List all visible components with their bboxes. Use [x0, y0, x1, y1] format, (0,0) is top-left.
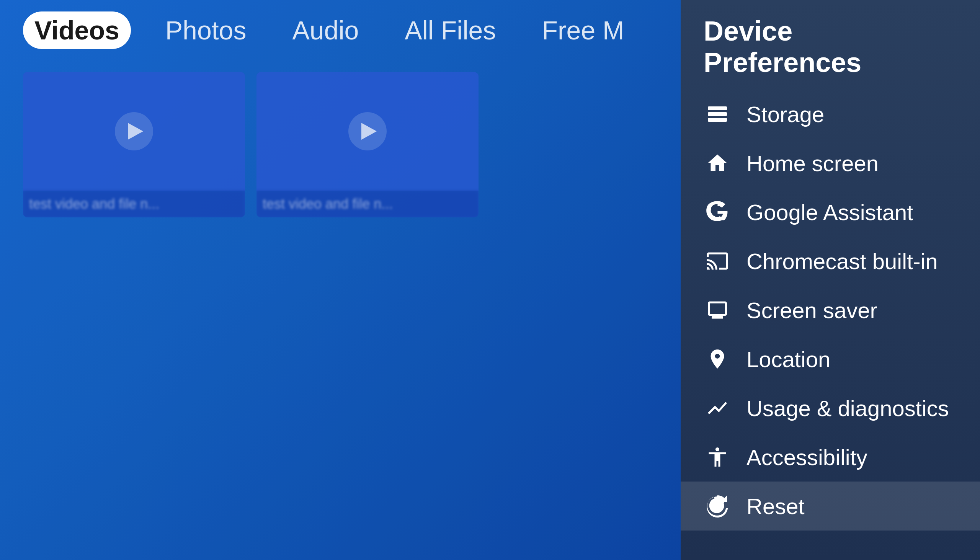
video-card-2[interactable]: test video and file n... [257, 72, 478, 217]
tab-freem[interactable]: Free M [530, 12, 635, 49]
svg-rect-1 [708, 112, 727, 116]
svg-rect-0 [708, 107, 727, 110]
tab-audio[interactable]: Audio [281, 12, 370, 49]
menu-label-screensaver: Screen saver [747, 297, 877, 323]
menu-label-storage: Storage [747, 102, 824, 127]
video-label-2: test video and file n... [257, 191, 478, 217]
preferences-menu: Storage Home screen Google Assistant [681, 90, 980, 560]
nav-tabs: Videos Photos Audio All Files Free M [0, 0, 681, 57]
tab-photos[interactable]: Photos [154, 12, 258, 49]
menu-label-usage-diagnostics: Usage & diagnostics [747, 395, 949, 421]
screensaver-icon [703, 296, 731, 324]
storage-icon [703, 100, 731, 128]
location-icon [703, 345, 731, 373]
menu-label-reset: Reset [747, 493, 805, 519]
reset-icon [703, 492, 731, 520]
menu-item-screensaver[interactable]: Screen saver [681, 285, 980, 335]
menu-label-homescreen: Home screen [747, 150, 878, 176]
video-label-1: test video and file n... [23, 191, 245, 217]
tab-allfiles[interactable]: All Files [393, 12, 507, 49]
menu-item-location[interactable]: Location [681, 335, 980, 383]
video-card-1[interactable]: test video and file n... [23, 72, 245, 217]
menu-item-homescreen[interactable]: Home screen [681, 138, 980, 188]
video-grid: test video and file n... test video and … [0, 57, 681, 233]
device-preferences-panel: Device Preferences Storage Home screen [681, 0, 980, 560]
panel-title: Device Preferences [681, 0, 980, 90]
video-thumbnail-1 [23, 72, 245, 191]
menu-item-reset[interactable]: Reset [681, 482, 980, 530]
video-thumbnail-2 [257, 72, 478, 191]
menu-label-accessibility: Accessibility [747, 444, 867, 470]
menu-label-chromecast: Chromecast built-in [747, 248, 938, 274]
tab-videos[interactable]: Videos [23, 12, 131, 49]
menu-item-chromecast[interactable]: Chromecast built-in [681, 237, 980, 285]
home-icon [703, 149, 731, 177]
menu-label-google-assistant: Google Assistant [747, 200, 913, 225]
play-icon-1 [115, 112, 153, 150]
analytics-icon [703, 394, 731, 422]
google-icon [703, 198, 731, 226]
play-icon-2 [348, 112, 387, 150]
menu-item-google-assistant[interactable]: Google Assistant [681, 188, 980, 237]
menu-item-storage[interactable]: Storage [681, 90, 980, 138]
cast-icon [703, 247, 731, 275]
main-content-area: Videos Photos Audio All Files Free M tes… [0, 0, 681, 560]
accessibility-icon [703, 443, 731, 471]
menu-item-usage-diagnostics[interactable]: Usage & diagnostics [681, 383, 980, 433]
menu-label-location: Location [747, 347, 830, 372]
menu-item-accessibility[interactable]: Accessibility [681, 433, 980, 482]
svg-rect-2 [708, 118, 727, 122]
